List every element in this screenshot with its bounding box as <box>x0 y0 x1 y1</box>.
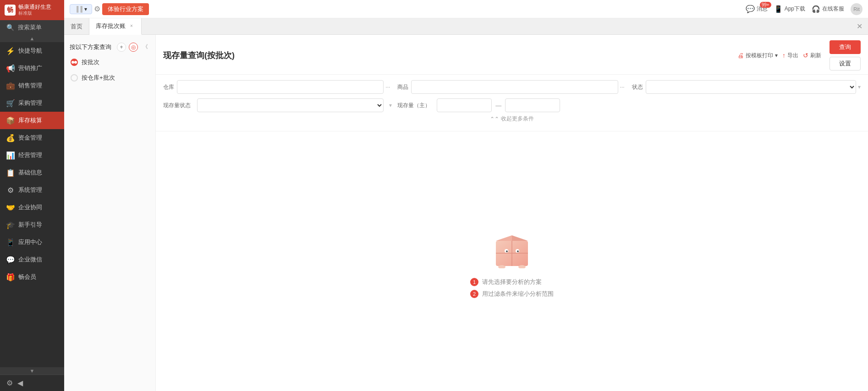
stock-status-select[interactable] <box>197 98 384 112</box>
stock-status-label: 现存量状态 <box>163 102 191 109</box>
left-panel-actions: + ◎ 《 <box>117 42 150 52</box>
stock-qty-from[interactable] <box>437 98 492 112</box>
scheme-label-batch: 按批次 <box>82 58 99 66</box>
sidebar-item-wechat[interactable]: 💬 企业微信 <box>0 251 64 268</box>
sidebar-item-label: 资金管理 <box>18 134 42 142</box>
step-num-1: 1 <box>470 278 478 286</box>
sidebar-item-inventory[interactable]: 📦 库存核算 <box>0 112 64 129</box>
tab-close-btn[interactable]: × <box>128 23 135 29</box>
edition-label: 标准版 <box>18 10 51 16</box>
sidebar-item-label: 营销推广 <box>18 64 42 72</box>
status-filter: 状态 ▾ <box>632 80 861 94</box>
avatar-text: Rit <box>853 6 859 12</box>
empty-step-2: 2 用过滤条件来缩小分析范围 <box>470 290 554 298</box>
print-dropdown-icon: ▾ <box>775 52 778 59</box>
query-btn[interactable]: 查询 <box>830 40 861 54</box>
online-service-item[interactable]: 🎧 在线客服 <box>812 5 844 13</box>
tab-home[interactable]: 首页 <box>64 18 89 35</box>
sidebar-item-management[interactable]: 📊 经营管理 <box>0 147 64 164</box>
main-area: ▐▐ ▾ ⚙ 体验行业方案 💬 消息 99+ 📱 App下载 🎧 在线客服 <box>64 0 868 391</box>
sidebar-item-purchase[interactable]: 🛒 采购管理 <box>0 94 64 112</box>
stock-qty-label: 现存量（主） <box>397 102 430 109</box>
scroll-up-btn[interactable]: ▲ <box>0 35 64 42</box>
inventory-icon: 📦 <box>6 116 15 125</box>
page-title: 现存量查询(按批次) <box>163 50 235 61</box>
add-scheme-btn[interactable]: + <box>117 43 126 52</box>
dropdown-arrow: ▾ <box>84 6 87 12</box>
scroll-down-btn[interactable]: ▼ <box>0 367 64 375</box>
sidebar-item-enterprise[interactable]: 🤝 企业协同 <box>0 199 64 216</box>
marketing-icon: 📢 <box>6 64 15 72</box>
warehouse-more-btn[interactable]: ··· <box>384 84 392 90</box>
user-info[interactable]: Rit <box>851 3 863 15</box>
topbar-nav: ▐▐ ▾ ⚙ 体验行业方案 <box>70 3 742 15</box>
sidebar-item-appstore[interactable]: 📱 应用中心 <box>0 234 64 251</box>
sidebar-nav: ⚡ 快捷导航 📢 营销推广 💼 销售管理 🛒 采购管理 📦 库存核算 💰 资金管… <box>0 42 64 367</box>
sidebar-item-label: 销售管理 <box>18 81 42 90</box>
notification-item[interactable]: 💬 消息 99+ <box>746 5 768 13</box>
empty-box-svg <box>489 227 535 268</box>
stock-qty-to[interactable] <box>505 98 560 112</box>
empty-step-1: 1 请先选择要分析的方案 <box>470 278 554 286</box>
stock-status-col: 现存量状态 ▾ <box>163 98 392 112</box>
sidebar-item-guide[interactable]: 🎓 新手引导 <box>0 216 64 234</box>
sidebar-header: 畅 畅康通好生意 标准版 <box>0 0 64 20</box>
query-settings-btns: 查询 设置 <box>826 40 861 71</box>
experience-btn[interactable]: 体验行业方案 <box>102 3 149 15</box>
sidebar-item-members[interactable]: 🎁 畅会员 <box>0 268 64 286</box>
sidebar-item-finance[interactable]: 💰 资金管理 <box>0 129 64 147</box>
collapse-panel-btn[interactable]: 《 <box>141 42 150 52</box>
stock-qty-dash: — <box>495 102 501 109</box>
print-icon: 🖨 <box>737 52 744 59</box>
sidebar-item-label: 采购管理 <box>18 99 42 107</box>
refresh-icon: ↺ <box>803 52 808 59</box>
settings-gear-icon[interactable]: ⚙ <box>94 5 100 13</box>
export-btn[interactable]: ↑ 导出 <box>782 52 798 60</box>
sidebar-item-basic[interactable]: 📋 基础信息 <box>0 164 64 181</box>
sidebar-item-marketing[interactable]: 📢 营销推广 <box>0 60 64 77</box>
collapse-more-btn[interactable]: ⌃⌃ 收起更多条件 <box>163 112 861 125</box>
warehouse-input[interactable] <box>177 80 384 94</box>
step-2-text: 用过滤条件来缩小分析范围 <box>482 290 554 298</box>
management-icon: 📊 <box>6 151 15 159</box>
topbar: ▐▐ ▾ ⚙ 体验行业方案 💬 消息 99+ 📱 App下载 🎧 在线客服 <box>64 0 868 18</box>
collapse-sidebar-icon[interactable]: ◀ <box>17 379 23 387</box>
sidebar-item-label: 经营管理 <box>18 151 42 159</box>
sidebar-item-quick-nav[interactable]: ⚡ 快捷导航 <box>0 42 64 60</box>
phone-icon: 📱 <box>774 5 783 13</box>
sidebar-item-label: 库存核算 <box>18 116 42 125</box>
status-dropdown-icon: ▾ <box>858 84 861 90</box>
sidebar-item-label: 企业协同 <box>18 203 42 212</box>
purchase-icon: 🛒 <box>6 99 15 107</box>
sidebar-search[interactable]: 🔍 搜索菜单 <box>0 20 64 35</box>
sidebar-item-label: 快捷导航 <box>18 47 42 55</box>
product-more-btn[interactable]: ··· <box>618 84 626 90</box>
export-icon: ↑ <box>782 52 786 59</box>
stock-qty-col: 现存量（主） — <box>397 98 626 112</box>
scheme-item-batch[interactable]: 按批次 <box>64 54 155 70</box>
sidebar-item-label: 系统管理 <box>18 186 42 194</box>
dropdown-btn[interactable]: ▐▐ ▾ <box>70 4 92 14</box>
app-download-label: App下载 <box>785 5 805 13</box>
home-tab-label: 首页 <box>71 22 82 31</box>
product-input[interactable] <box>411 80 618 94</box>
tab-close-right-btn[interactable]: ✕ <box>851 22 868 31</box>
target-scheme-btn[interactable]: ◎ <box>129 43 138 52</box>
status-select[interactable] <box>646 80 856 94</box>
print-label: 按模板打印 <box>746 52 773 60</box>
tab-inventory-batch[interactable]: 库存批次账 × <box>89 18 142 35</box>
scheme-item-warehouse-batch[interactable]: 按仓库+批次 <box>64 70 155 86</box>
sales-icon: 💼 <box>6 81 15 90</box>
filter-row-2: 现存量状态 ▾ 现存量（主） — <box>163 98 861 112</box>
print-btn[interactable]: 🖨 按模板打印 ▾ <box>737 52 778 60</box>
sidebar-item-sales[interactable]: 💼 销售管理 <box>0 77 64 94</box>
sidebar-item-system[interactable]: ⚙ 系统管理 <box>0 181 64 199</box>
app-download-item[interactable]: 📱 App下载 <box>774 5 805 13</box>
settings-btn[interactable]: 设置 <box>830 57 861 71</box>
sidebar-title-group: 畅康通好生意 标准版 <box>18 4 51 16</box>
tabbar: 首页 库存批次账 × ✕ <box>64 18 868 35</box>
company-name: 畅康通好生意 <box>18 4 51 10</box>
settings-icon[interactable]: ⚙ <box>6 379 13 387</box>
warehouse-filter: 仓库 ··· <box>163 80 392 94</box>
refresh-btn[interactable]: ↺ 刷新 <box>803 52 821 60</box>
